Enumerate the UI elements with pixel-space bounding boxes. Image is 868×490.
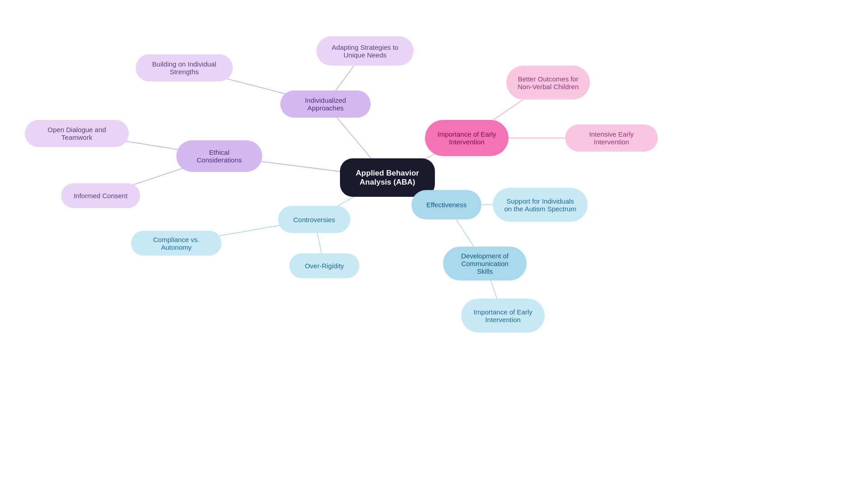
node-informed-consent[interactable]: Informed Consent [61,183,140,208]
node-building-strengths[interactable]: Building on Individual Strengths [136,54,233,81]
node-individualized[interactable]: Individualized Approaches [280,90,371,118]
node-ethical[interactable]: Ethical Considerations [176,140,262,172]
node-over-rigidity[interactable]: Over-Rigidity [289,253,359,278]
node-effectiveness[interactable]: Effectiveness [411,190,481,219]
node-adapting[interactable]: Adapting Strategies to Unique Needs [316,36,414,66]
node-compliance[interactable]: Compliance vs. Autonomy [131,231,222,256]
node-early-intervention-pink[interactable]: Importance of Early Intervention [425,120,509,156]
node-support-autism[interactable]: Support for Individuals on the Autism Sp… [493,188,588,222]
mind-map-container: Applied Behavior Analysis (ABA)Ethical C… [0,0,868,490]
node-early-intervention-blue[interactable]: Importance of Early Intervention [461,299,545,333]
node-better-outcomes[interactable]: Better Outcomes for Non-Verbal Children [506,66,590,100]
connections-svg [0,0,868,490]
node-dev-comm[interactable]: Development of Communication Skills [443,247,527,281]
node-controversies[interactable]: Controversies [278,206,350,233]
node-open-dialogue[interactable]: Open Dialogue and Teamwork [25,120,129,147]
node-intensive-early[interactable]: Intensive Early Intervention [565,124,658,152]
